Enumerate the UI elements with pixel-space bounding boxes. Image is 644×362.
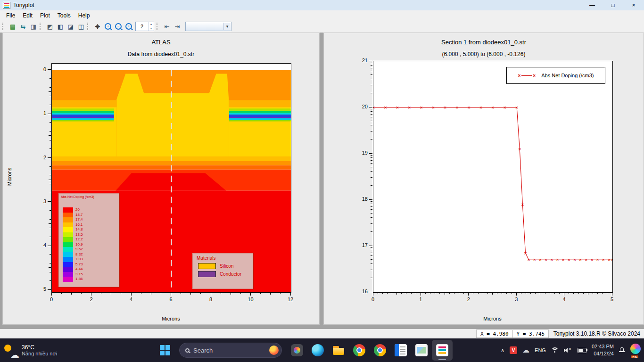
- x-tick-label: 2: [463, 296, 474, 302]
- y-minor-tick: [50, 175, 51, 175]
- toolbar-pan-button[interactable]: ✥: [92, 22, 103, 31]
- doping-legend-title: Abs Net Doping (/cm3): [58, 193, 119, 199]
- toolbar-zoom-out-button[interactable]: −: [113, 22, 124, 31]
- region-left-stripe-blue: [52, 115, 114, 117]
- y-major-tick: [48, 246, 51, 246]
- toolbar-zoom-area-button[interactable]: ▫: [124, 22, 134, 31]
- y-minor-tick: [371, 85, 372, 85]
- taskbar-app-chrome[interactable]: [349, 340, 370, 361]
- weather-widget[interactable]: 36°C Nắng nhiều nơi: [4, 341, 57, 359]
- data-marker: ×: [602, 257, 605, 262]
- x-tick-label: 2: [86, 296, 97, 302]
- window-controls: — □ ×: [582, 0, 644, 10]
- toolbar-paste-button[interactable]: ◪: [66, 22, 76, 31]
- y-major-tick: [369, 153, 372, 154]
- y-major-tick: [369, 199, 372, 200]
- data-marker: ×: [550, 257, 553, 262]
- menu-plot[interactable]: Plot: [36, 11, 54, 20]
- x-tick-label: 4: [125, 296, 137, 302]
- y-minor-tick: [371, 171, 372, 172]
- toolbar-import-button[interactable]: ⇆: [18, 22, 28, 31]
- toolbar-grip: [87, 23, 91, 30]
- active-app-indicator: [438, 359, 446, 360]
- y-major-tick: [369, 246, 372, 246]
- wifi-icon[interactable]: [551, 347, 559, 353]
- toolbar-duplicate-button[interactable]: ◫: [76, 22, 86, 31]
- open-icon: ▤: [10, 24, 16, 30]
- notification-bell-icon[interactable]: [619, 347, 625, 353]
- materials-legend[interactable]: Materials SiliconConductor: [192, 253, 254, 289]
- toolbar-zoom-in-button[interactable]: +: [103, 22, 113, 31]
- menu-file[interactable]: File: [2, 11, 19, 20]
- doping-legend[interactable]: Abs Net Doping (/cm3) 2018.717.416.114.8…: [58, 193, 120, 288]
- region-right-amber-band: [229, 100, 291, 107]
- start-button[interactable]: [156, 341, 174, 360]
- toolbar-select-region-button[interactable]: ◩: [45, 22, 55, 31]
- taskbar-app-photos[interactable]: [287, 340, 307, 361]
- x-tick-label: 0: [46, 296, 57, 302]
- menu-help[interactable]: Help: [74, 11, 94, 20]
- close-button[interactable]: ×: [623, 0, 644, 10]
- spinner-arrows: ▲▼: [148, 22, 154, 31]
- y-minor-tick: [371, 259, 372, 260]
- toolbar-copy-button[interactable]: ◧: [55, 22, 66, 31]
- y-tick-label: 0: [36, 66, 46, 72]
- x-major-tick: [171, 292, 171, 296]
- taskbar: 36°C Nắng nhiều nơi Search ∧ V ☁ ENG 02:…: [0, 338, 644, 362]
- y-minor-tick: [50, 210, 51, 211]
- zoom-area-glyph: ▫: [126, 24, 131, 29]
- preview-app[interactable]: PRE: [630, 343, 641, 357]
- y-major-tick: [48, 157, 51, 158]
- taskbar-app-image-viewer[interactable]: [411, 340, 432, 361]
- y-minor-tick: [371, 71, 372, 71]
- taskbar-app-file-explorer[interactable]: [328, 340, 349, 361]
- region-right-stripe-cyan2: [229, 118, 291, 120]
- menu-edit[interactable]: Edit: [19, 11, 36, 20]
- toolbar-items: ▤⇆◨◩◧◪◫✥+−▫2▲▼⇤⇥▾: [0, 22, 231, 31]
- taskbar-app-tonyplot[interactable]: [432, 340, 453, 361]
- clock[interactable]: 02:43 PM 04/12/24: [592, 343, 614, 357]
- volume-muted-icon[interactable]: [564, 347, 572, 353]
- contour-ylabel: Microns: [7, 163, 12, 191]
- doping-curve: [373, 107, 612, 260]
- x-major-tick: [51, 292, 52, 296]
- tonyplot-icon: [436, 344, 448, 356]
- taskbar-app-edge[interactable]: [307, 340, 328, 361]
- doping-legend-row: 10.9: [63, 242, 83, 247]
- maximize-button[interactable]: □: [603, 0, 623, 10]
- statusbar: X = 4.980 Y = 3.745 Tonyplot 3.10.18.R ©…: [0, 329, 644, 338]
- data-marker: ×: [455, 105, 459, 110]
- toolbar-open-button[interactable]: ▤: [8, 22, 18, 31]
- doping-legend-value: 13.5: [75, 233, 83, 237]
- tray-chevron-icon[interactable]: ∧: [501, 347, 504, 354]
- onedrive-cloud-icon[interactable]: ☁: [522, 346, 529, 354]
- toolbar-print-button[interactable]: ◨: [28, 22, 39, 31]
- weather-text: 36°C Nắng nhiều nơi: [22, 344, 57, 356]
- language-indicator[interactable]: ENG: [535, 347, 546, 353]
- series-line-sample: [521, 75, 532, 76]
- doping-color-swatch: [63, 213, 73, 218]
- toolbar-previous-structure-button[interactable]: ⇤: [162, 22, 172, 31]
- taskbar-app-chrome-2[interactable]: [370, 340, 390, 361]
- battery-icon[interactable]: [578, 348, 586, 353]
- data-marker: ×: [420, 105, 423, 110]
- x-major-tick: [564, 292, 564, 296]
- v-app-icon[interactable]: V: [510, 346, 517, 354]
- overlay-combobox[interactable]: ▾: [185, 22, 231, 31]
- paste-icon: ◪: [68, 24, 74, 30]
- section-legend[interactable]: × × Abs Net Doping (/cm3): [506, 67, 605, 84]
- region-left-stripe-green2: [52, 120, 114, 121]
- spinner-down-icon: ▼: [149, 26, 154, 31]
- menu-tools[interactable]: Tools: [54, 11, 74, 20]
- doping-legend-row: 8.32: [63, 252, 83, 257]
- duplicate-icon: ◫: [78, 24, 84, 30]
- toolbar-next-structure-button[interactable]: ⇥: [172, 22, 182, 31]
- region-right-stripe-green: [229, 111, 291, 113]
- zoom-level-spinner[interactable]: 2▲▼: [135, 22, 154, 31]
- next-structure-icon: ⇥: [175, 24, 180, 30]
- section-plot-area[interactable]: ××××××××××××××××××××××××××××××××: [373, 61, 613, 293]
- taskbar-app-spreadsheet[interactable]: [390, 340, 411, 361]
- search-box[interactable]: Search: [179, 343, 282, 358]
- y-minor-tick: [371, 250, 372, 250]
- minimize-button[interactable]: —: [582, 0, 603, 10]
